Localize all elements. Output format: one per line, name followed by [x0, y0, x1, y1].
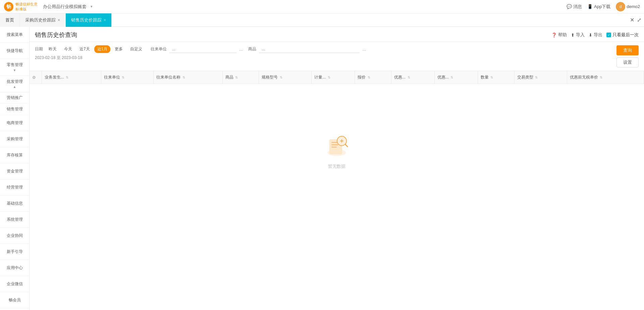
- logo-area: 畅 畅捷信好生意 标准版: [4, 2, 38, 11]
- sidebar-item-search-menu[interactable]: 搜索菜单: [0, 27, 29, 43]
- sidebar-item-purchase-mgmt[interactable]: 采购管理: [0, 131, 29, 147]
- th-quote[interactable]: 报价 ⇅: [355, 71, 391, 84]
- date-buttons: 昨天 今天 近7天 近1月 更多 自定义: [46, 45, 145, 53]
- tab-sales-close[interactable]: ×: [104, 18, 106, 22]
- table-header-row: ⚙ 业务发生... ⇅ 往来单位 ⇅ 往来单位名称 ⇅: [30, 71, 644, 84]
- sidebar-item-app-center[interactable]: 应用中心: [0, 260, 29, 276]
- import-btn[interactable]: ⬆ 导入: [571, 32, 585, 38]
- sidebar-sub-sales-mgmt[interactable]: 销售管理: [0, 104, 29, 115]
- query-button[interactable]: 查询: [616, 45, 639, 55]
- th-qty[interactable]: 数量 ⇅: [478, 71, 515, 84]
- tab-sales-history[interactable]: 销售历史价跟踪 ×: [66, 13, 112, 27]
- sort-trade-type: ⇅: [535, 75, 538, 79]
- tab-purchase-close[interactable]: ×: [58, 18, 60, 22]
- app-title-dropdown[interactable]: ▾: [91, 4, 93, 9]
- th-unit[interactable]: 计量... ⇅: [312, 71, 355, 84]
- sidebar-item-base-info[interactable]: 基础信息: [0, 196, 29, 212]
- top-bar: 畅 畅捷信好生意 标准版 办公用品行业模拟账套 ▾ 💬 消息 📱 App下载 d…: [0, 0, 644, 13]
- th-spec[interactable]: 规格型号 ⇅: [259, 71, 312, 84]
- top-bar-left: 畅 畅捷信好生意 标准版 办公用品行业模拟账套 ▾: [4, 2, 93, 11]
- avatar: d: [616, 2, 625, 11]
- filter-date-group: 日期 昨天 今天 近7天 近1月 更多 自定义: [35, 45, 145, 53]
- sort-qty: ⇅: [490, 75, 493, 79]
- sidebar-search-menu-label: 搜索菜单: [7, 32, 23, 38]
- sidebar-item-ops-mgmt[interactable]: 经营管理: [0, 179, 29, 196]
- date-range-display: 2023-02-18 至 2023-03-18: [35, 55, 145, 61]
- sidebar-sub-marketing[interactable]: 营销推广: [0, 92, 29, 104]
- partner-input[interactable]: [169, 45, 236, 53]
- sidebar-retail-mgmt-label: 零售管理: [7, 62, 23, 68]
- product-input-dots[interactable]: ...: [362, 47, 366, 52]
- sidebar-item-ecommerce-mgmt[interactable]: 电商管理: [0, 115, 29, 131]
- th-biz-date[interactable]: 业务发生... ⇅: [42, 71, 101, 84]
- sidebar-item-member[interactable]: 畅会员: [0, 292, 29, 308]
- settings-button[interactable]: 设置: [616, 57, 639, 67]
- empty-state: 暂无数据: [30, 84, 644, 218]
- sort-partner-code: ⇅: [122, 75, 124, 79]
- partner-input-dots[interactable]: ...: [239, 47, 243, 52]
- sidebar-item-retail-mgmt[interactable]: 零售管理 ▼: [0, 59, 29, 76]
- sidebar-item-new-guide[interactable]: 新手引导: [0, 244, 29, 260]
- tab-maximize-btn[interactable]: ⤢: [637, 17, 641, 23]
- sidebar-item-inventory[interactable]: 库存核算: [0, 147, 29, 163]
- import-icon: ⬆: [571, 33, 575, 38]
- sidebar-item-enterprise-collab[interactable]: 企业协同: [0, 228, 29, 244]
- tab-home[interactable]: 首页: [0, 13, 20, 27]
- svg-rect-4: [331, 147, 337, 148]
- svg-line-8: [345, 144, 347, 147]
- partner-filter-label: 往来单位: [151, 46, 167, 52]
- tab-purchase-history[interactable]: 采购历史价跟踪 ×: [20, 13, 66, 27]
- date-btn-yesterday[interactable]: 昨天: [46, 45, 60, 53]
- sidebar-wholesale-mgmt-label: 批发管理: [7, 79, 23, 85]
- filter-product-group: 商品 ...: [248, 45, 366, 53]
- main-layout: 搜索菜单 快捷导航 零售管理 ▼ 批发管理 ▲ 营销推广 销售管理 电商管理 采…: [0, 27, 644, 310]
- sidebar-item-quick-nav[interactable]: 快捷导航: [0, 43, 29, 59]
- message-icon: 💬: [567, 4, 572, 9]
- app-download-icon: 📱: [587, 4, 593, 9]
- sidebar-item-system-mgmt[interactable]: 系统管理: [0, 212, 29, 228]
- product-input[interactable]: [259, 45, 360, 53]
- sort-unit: ⇅: [328, 75, 330, 79]
- checkbox-checked-icon: ✓: [606, 33, 611, 37]
- wholesale-mgmt-arrow: ▲: [13, 85, 16, 89]
- app-title: 办公用品行业模拟账套: [43, 4, 87, 10]
- empty-icon: [323, 133, 350, 159]
- date-btn-last1month[interactable]: 近1月: [94, 45, 111, 53]
- sidebar-item-capital-mgmt[interactable]: 资金管理: [0, 163, 29, 179]
- sort-no-tax-price: ⇅: [600, 75, 602, 79]
- user-area[interactable]: d demo2: [616, 2, 640, 11]
- th-partner-code[interactable]: 往来单位 ⇅: [101, 71, 154, 84]
- sidebar-quick-nav-label: 快捷导航: [7, 48, 23, 54]
- logo-text: 畅捷信好生意 标准版: [15, 2, 38, 11]
- export-icon: ⬇: [589, 33, 592, 38]
- date-btn-last7days[interactable]: 近7天: [76, 45, 93, 53]
- tab-close-all-btn[interactable]: ✕: [630, 17, 634, 23]
- date-btn-today[interactable]: 今天: [61, 45, 75, 53]
- svg-rect-3: [331, 144, 338, 145]
- sidebar-item-enterprise-wechat[interactable]: 企业微信: [0, 276, 29, 292]
- date-btn-custom[interactable]: 自定义: [127, 45, 145, 53]
- tab-purchase-label: 采购历史价跟踪: [25, 17, 56, 23]
- message-btn[interactable]: 💬 消息: [567, 4, 582, 10]
- th-discount1[interactable]: 优惠... ⇅: [391, 71, 435, 84]
- help-btn[interactable]: ❓ 帮助: [551, 32, 567, 38]
- sidebar-item-wholesale-mgmt[interactable]: 批发管理 ▲: [0, 76, 29, 93]
- th-discount2[interactable]: 优惠... ⇅: [435, 71, 478, 84]
- sort-product: ⇅: [235, 75, 238, 79]
- export-btn[interactable]: ⬇ 导出: [589, 32, 602, 38]
- th-trade-type[interactable]: 交易类型 ⇅: [514, 71, 567, 84]
- only-last-checkbox[interactable]: ✓ 只看最后一次: [606, 32, 639, 38]
- app-download-btn[interactable]: 📱 App下载: [587, 4, 610, 10]
- gear-icon[interactable]: ⚙: [32, 75, 36, 80]
- date-filter-label: 日期: [35, 46, 43, 52]
- sort-biz-date: ⇅: [66, 75, 68, 79]
- tab-home-label: 首页: [5, 17, 14, 23]
- tab-actions: ✕ ⤢: [630, 17, 644, 23]
- date-btn-more[interactable]: 更多: [112, 45, 126, 53]
- th-gear[interactable]: ⚙: [30, 71, 42, 84]
- th-no-tax-price[interactable]: 优惠前无税单价 ⇅: [567, 71, 644, 84]
- th-partner-name[interactable]: 往来单位名称 ⇅: [154, 71, 222, 84]
- content-area: 销售历史价查询 ❓ 帮助 ⬆ 导入 ⬇ 导出 ✓ 只看最后一次: [30, 27, 644, 310]
- th-product[interactable]: 商品 ⇅: [222, 71, 259, 84]
- data-table: ⚙ 业务发生... ⇅ 往来单位 ⇅ 往来单位名称 ⇅: [30, 71, 644, 84]
